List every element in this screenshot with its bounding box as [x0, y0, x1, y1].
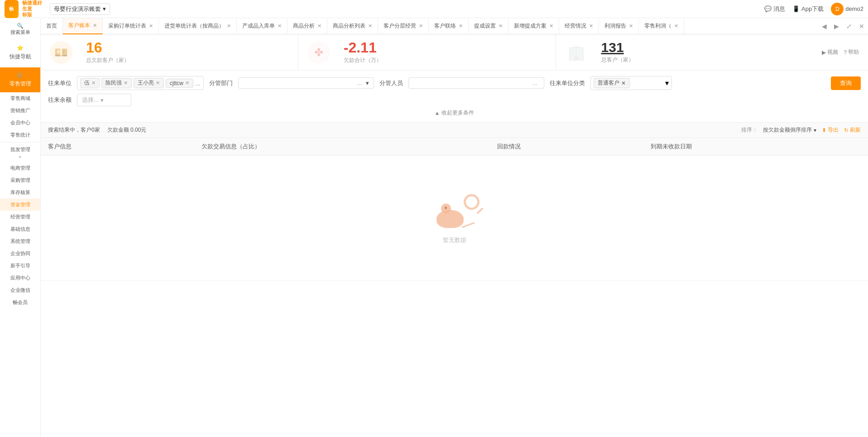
account-name: 母婴行业演示账套 [54, 5, 101, 13]
tab-home[interactable]: 首页 [41, 18, 63, 34]
tab-new-improve[interactable]: 新增提成方案 ✕ [508, 18, 559, 34]
user-menu[interactable]: D demo2 [831, 3, 863, 15]
quick-nav-label: 快捷导航 [10, 53, 31, 61]
tab-purchase-orders[interactable]: 采购订单统计表 ✕ [103, 18, 159, 34]
logo: 畅 畅捷通好生意 标版 [5, 0, 45, 18]
tab-customer-contact-label: 客户联络 [434, 22, 456, 30]
sidebar-item-finance[interactable]: 资金管理 [0, 199, 40, 211]
unit-tags-more[interactable]: ... [195, 80, 201, 87]
sidebar-item-operations[interactable]: 经营管理 [0, 211, 40, 223]
sidebar-item-inventory[interactable]: 库存核算 [0, 186, 40, 199]
tab-profit-report[interactable]: 利润报告 ✕ [599, 18, 639, 34]
tab-profit-report-close[interactable]: ✕ [629, 23, 633, 29]
category-tag-close-0[interactable]: ✕ [621, 80, 626, 86]
tab-improve-settings[interactable]: 提成设置 ✕ [469, 18, 508, 34]
sidebar-item-ecommerce[interactable]: 电商管理 [0, 162, 40, 174]
unit-tag-3[interactable]: cjttcw✕ [166, 79, 193, 88]
tab-cost-inbound-close[interactable]: ✕ [278, 23, 282, 29]
chevron-icon: ▾ [19, 155, 21, 159]
sidebar: 🔍 搜索菜单 ⭐ 快捷导航 🛒 零售管理 零售商城 营销推广 会员中心 [0, 18, 41, 437]
message-btn[interactable]: 💬 消息 [764, 5, 785, 13]
sidebar-item-member[interactable]: 会员中心 [0, 117, 40, 129]
sidebar-item-retail-stats[interactable]: 零售统计 [0, 129, 40, 141]
app-center-label: 应用中心 [10, 275, 30, 281]
sidebar-item-marketing[interactable]: 营销推广 [0, 104, 40, 117]
tab-purchase-orders-close[interactable]: ✕ [149, 23, 153, 29]
tab-improve-settings-close[interactable]: ✕ [499, 23, 503, 29]
sidebar-item-purchase[interactable]: 采购管理 [0, 174, 40, 186]
unit-tag-label-0: 伍 [84, 79, 90, 87]
sidebar-item-member-plus[interactable]: 畅会员 [0, 296, 40, 309]
dept-filter-select[interactable]: ... ▾ [238, 77, 374, 89]
refresh-btn[interactable]: ↻ 刷新 [844, 126, 861, 134]
sidebar-item-retail-mall[interactable]: 零售商城 [0, 92, 40, 104]
tab-biz-situation[interactable]: 经营情况 ✕ [559, 18, 599, 34]
sidebar-item-system[interactable]: 系统管理 [0, 235, 40, 247]
collapse-btn[interactable]: ▲ 收起更多条件 [435, 109, 475, 117]
category-tag-0[interactable]: 普通客户✕ [594, 78, 630, 88]
dept-filter-label: 分管部门 [209, 79, 233, 87]
balance-filter-select[interactable]: 选择... ▾ [77, 94, 131, 106]
tab-stock-stats[interactable]: 进货单统计表（按商品） ✕ [159, 18, 237, 34]
unit-tag-close-0[interactable]: ✕ [91, 80, 96, 86]
tab-product-analysis-list[interactable]: 商品分析列表 ✕ [327, 18, 378, 34]
unit-tag-1[interactable]: 陈民强✕ [101, 78, 132, 88]
help-btn[interactable]: ? 帮助 [844, 48, 859, 56]
sidebar-item-enterprise[interactable]: 企业协同 [0, 247, 40, 260]
col-debt-info: 欠款交易信息（占比） [194, 138, 490, 156]
unit-tag-2[interactable]: 王小亮✕ [134, 78, 164, 88]
unit-tag-close-3[interactable]: ✕ [185, 80, 189, 86]
sidebar-item-enterprise-wechat[interactable]: 企业微信 [0, 284, 40, 296]
empty-row: 暂无数据 [41, 156, 868, 281]
tab-cost-inbound[interactable]: 产成品入库单 ✕ [237, 18, 288, 34]
sidebar-item-wholesale[interactable]: 批发管理 ▾ [0, 143, 40, 162]
tab-product-analysis-list-close[interactable]: ✕ [368, 23, 372, 29]
unit-tag-close-1[interactable]: ✕ [124, 80, 128, 86]
tab-product-analysis-close[interactable]: ✕ [317, 23, 321, 29]
video-help-btn[interactable]: ▶ 视频 [822, 48, 838, 56]
sidebar-item-basic-info[interactable]: 基础信息 [0, 223, 40, 235]
divider [0, 66, 40, 66]
app-download-btn[interactable]: 📱 App下载 [792, 5, 824, 13]
tab-retail-profit-close[interactable]: ✕ [674, 23, 678, 29]
unit-tag-close-2[interactable]: ✕ [156, 80, 160, 86]
person-filter-select[interactable]: ... [408, 77, 544, 89]
tab-prev-btn[interactable]: ◀ [818, 18, 830, 34]
query-button[interactable]: 查询 [831, 76, 861, 90]
tab-customer-tier-close[interactable]: ✕ [419, 23, 423, 29]
tab-biz-situation-close[interactable]: ✕ [589, 23, 593, 29]
stat2-value: -2.11 [344, 40, 542, 55]
tab-customers[interactable]: 客户账本 ✕ [63, 18, 103, 34]
tab-product-analysis-label: 商品分析 [293, 22, 315, 30]
tab-next-btn[interactable]: ▶ [830, 18, 843, 34]
sidebar-item-new-guide[interactable]: 新手引导 [0, 260, 40, 272]
finance-label: 资金管理 [10, 201, 30, 208]
person-filter-dots[interactable]: ... [531, 80, 539, 86]
tab-stock-stats-close[interactable]: ✕ [227, 23, 231, 29]
enterprise-wechat-label: 企业微信 [10, 287, 30, 294]
mouse-tail [461, 222, 475, 228]
sort-select[interactable]: 按欠款金额倒序排序 ▾ [763, 126, 816, 134]
account-dropdown[interactable]: 母婴行业演示账套 ▾ [50, 3, 110, 15]
tab-retail-profit[interactable]: 零售利润（ ✕ [639, 18, 684, 34]
unit-tag-0[interactable]: 伍✕ [80, 78, 100, 88]
tab-customers-close[interactable]: ✕ [93, 23, 97, 28]
sidebar-search[interactable]: 🔍 搜索菜单 [0, 18, 40, 40]
tab-fullscreen-btn[interactable]: ⤢ [843, 18, 855, 34]
tab-close-all-btn[interactable]: ✕ [855, 18, 868, 34]
empty-state: 暂无数据 [41, 156, 868, 280]
collapse-icon: ▲ [435, 110, 440, 116]
sidebar-item-retail[interactable]: 🛒 零售管理 [0, 67, 40, 92]
sidebar-item-quick-nav[interactable]: ⭐ 快捷导航 [0, 40, 40, 65]
export-btn[interactable]: ⬆ 导出 [822, 126, 839, 134]
tab-product-analysis[interactable]: 商品分析 ✕ [288, 18, 327, 34]
sidebar-item-app-center[interactable]: 应用中心 [0, 272, 40, 284]
filter-row-1: 往来单位 伍✕ 陈民强✕ 王小亮✕ cjttcw✕ ... 分管部门 . [48, 76, 861, 90]
tab-customer-tier[interactable]: 客户分层经营 ✕ [378, 18, 429, 34]
tab-profit-report-label: 利润报告 [604, 22, 626, 30]
tab-new-improve-close[interactable]: ✕ [549, 23, 553, 29]
tab-customer-contact-close[interactable]: ✕ [459, 23, 463, 29]
col-repayment: 回款情况 [490, 138, 643, 156]
dept-filter-dots[interactable]: ... [355, 80, 364, 86]
tab-customer-contact[interactable]: 客户联络 ✕ [429, 18, 469, 34]
